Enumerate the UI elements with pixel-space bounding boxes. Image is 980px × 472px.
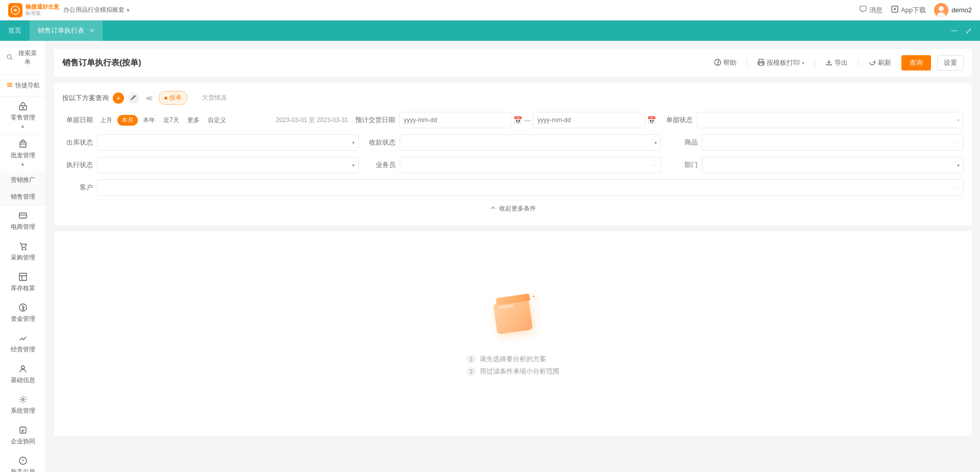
tab-expand-button[interactable]: ⤢: [963, 24, 974, 38]
sidebar-item-finance[interactable]: 资金管理: [0, 298, 45, 328]
sidebar-item-ecommerce[interactable]: 电商管理: [0, 206, 45, 237]
query-button[interactable]: 查询: [901, 55, 931, 70]
date-quick-7days[interactable]: 近7天: [160, 115, 182, 126]
template-print-button[interactable]: 按模板打印 ▾: [753, 56, 808, 69]
sidebar-item-wholesale[interactable]: 批发管理 ▲: [0, 134, 45, 172]
payment-status-select-wrap: ▾: [400, 134, 662, 151]
filter-row-exec: 执行状态 ▾ 业务员 ··· 部门: [62, 157, 964, 173]
empty-hint-1: 1 请先选择要分析的方案: [467, 355, 559, 364]
quick-nav-button[interactable]: 快捷导航: [0, 78, 45, 93]
tab-bar: 首页 销售订单执行表 ✕ ─ ⤢: [0, 20, 980, 41]
goods-input-wrap: ···: [702, 134, 964, 151]
purchase-icon: [18, 242, 28, 252]
doc-status-input[interactable]: [697, 112, 964, 128]
filter-edit-plan-button[interactable]: [128, 92, 139, 104]
date-quick-this-year[interactable]: 本年: [140, 115, 158, 126]
search-menu-button[interactable]: 搜索菜单: [4, 46, 41, 69]
sidebar-quick-nav: 快捷导航: [0, 75, 45, 97]
tab-sales-exec[interactable]: 销售订单执行表 ✕: [30, 20, 103, 41]
date-quick-more[interactable]: 更多: [184, 115, 203, 126]
breadcrumb-text: 办公用品行业模拟账套: [63, 6, 125, 14]
main-layout: 搜索菜单 快捷导航 零售管理 ▲: [0, 41, 980, 472]
exec-status-select[interactable]: [97, 157, 359, 173]
sidebar-item-operations[interactable]: 经营管理: [0, 328, 45, 359]
svg-point-5: [7, 55, 11, 59]
date-quick-this-month[interactable]: 本月: [117, 115, 138, 126]
divider2: [815, 59, 815, 67]
breadcrumb[interactable]: 办公用品行业模拟账套 ▾: [63, 6, 130, 14]
filter-field-doc-status: 单据状态 ▾: [662, 112, 964, 128]
settings-button[interactable]: 设置: [937, 55, 964, 70]
svg-rect-8: [20, 142, 26, 147]
salesperson-more-icon[interactable]: ···: [652, 161, 657, 169]
sidebar-item-enterprise[interactable]: 企业协同: [0, 420, 45, 451]
tab-minimize-button[interactable]: ─: [949, 24, 959, 37]
goods-input[interactable]: [702, 134, 964, 151]
tab-home[interactable]: 首页: [0, 20, 30, 41]
goods-more-icon[interactable]: ···: [954, 139, 960, 146]
help-label: 帮助: [723, 58, 737, 67]
sidebar-item-newbie[interactable]: 新手引导: [0, 451, 45, 472]
ship-status-select[interactable]: [97, 134, 359, 151]
filter-plan-row: 按以下方案查询 + ≪ 按单 欠货情况: [62, 91, 964, 105]
filter-plan-item-按单[interactable]: 按单: [159, 91, 187, 105]
empty-hint: 1 请先选择要分析的方案 2 用过滤条件来缩小分析范围: [467, 355, 559, 376]
retail-arrow-icon: ▲: [20, 123, 26, 129]
finance-icon: [18, 303, 28, 314]
calendar-end-icon[interactable]: 📅: [647, 116, 656, 124]
expected-date-label: 预计交货日期: [354, 115, 395, 125]
header-left: 畅捷通好生意 标准版 办公用品行业模拟账套 ▾: [8, 3, 130, 17]
filter-field-ship-status: 出库状态 ▾: [62, 134, 359, 151]
filter-add-plan-button[interactable]: +: [113, 92, 124, 104]
refresh-button[interactable]: 刷新: [865, 56, 895, 69]
expected-date-start-input[interactable]: [399, 112, 511, 128]
hint-num-1: 1: [467, 355, 476, 364]
tab-bar-actions: ─ ⤢: [949, 24, 980, 38]
date-label: 单据日期: [62, 115, 93, 125]
dept-select[interactable]: [702, 157, 964, 173]
filter-field-dept: 部门 ▾: [667, 157, 964, 173]
collapse-bar[interactable]: 收起更多条件: [62, 200, 964, 217]
data-area: ✦ ✦ 1 请先选择要分析的方案 2 用过滤条件来缩小分析范围: [54, 231, 972, 436]
template-print-label: 按模板打印: [767, 58, 800, 67]
sidebar-item-inventory[interactable]: 库存核算: [0, 267, 45, 298]
ecommerce-icon: [18, 211, 28, 222]
calendar-start-icon[interactable]: 📅: [513, 116, 522, 124]
ship-status-label: 出库状态: [62, 138, 93, 147]
app-download-button[interactable]: App下载: [891, 5, 926, 15]
help-button[interactable]: 帮助: [710, 56, 741, 69]
svg-point-11: [25, 249, 26, 250]
sidebar-item-retail[interactable]: 零售管理 ▲: [0, 97, 45, 134]
tab-close-icon[interactable]: ✕: [89, 27, 94, 34]
top-header: 畅捷通好生意 标准版 办公用品行业模拟账套 ▾ 消息 App下载: [0, 0, 980, 20]
date-quick-last-month[interactable]: 上月: [97, 115, 115, 126]
svg-point-15: [22, 398, 24, 400]
salesperson-input[interactable]: [400, 157, 662, 173]
enterprise-label: 企业协同: [11, 437, 35, 446]
svg-point-7: [22, 107, 23, 108]
sidebar-item-system[interactable]: 系统管理: [0, 390, 45, 420]
svg-point-3: [939, 6, 944, 11]
empty-state: ✦ ✦ 1 请先选择要分析的方案 2 用过滤条件来缩小分析范围: [456, 261, 570, 407]
expected-date-end-input[interactable]: [533, 112, 645, 128]
customer-input[interactable]: [97, 179, 964, 196]
wholesale-icon: [18, 139, 28, 150]
filter-collapse-plan-button[interactable]: ≪: [143, 92, 155, 104]
filter-field-customer: 客户 ···: [62, 179, 964, 196]
message-button[interactable]: 消息: [859, 5, 883, 15]
user-info[interactable]: demo2: [934, 3, 972, 17]
sidebar-item-marketing[interactable]: 营销推广: [0, 172, 45, 188]
svg-rect-12: [19, 273, 27, 280]
export-button[interactable]: 导出: [821, 56, 852, 69]
retail-icon: [18, 102, 28, 112]
payment-status-select[interactable]: [400, 134, 662, 151]
system-icon: [18, 395, 28, 406]
sidebar-item-sales[interactable]: 销售管理: [0, 188, 45, 205]
customer-more-icon[interactable]: ···: [954, 184, 960, 191]
sidebar-item-basic[interactable]: 基础信息: [0, 359, 45, 390]
newbie-icon: [18, 456, 28, 467]
date-quick-custom[interactable]: 自定义: [205, 115, 229, 126]
sidebar-item-purchase[interactable]: 采购管理: [0, 237, 45, 267]
filter-plan-item-欠货情况[interactable]: 欠货情况: [191, 91, 232, 105]
collapse-label: 收起更多条件: [499, 204, 536, 213]
